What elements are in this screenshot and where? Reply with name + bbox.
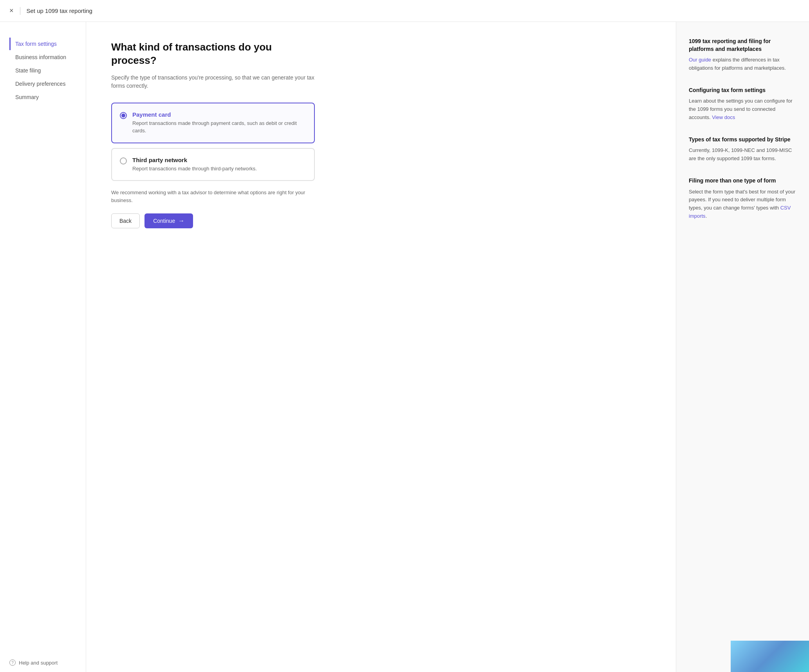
right-section-filing-multiple: Filing more than one type of form Select…: [689, 177, 796, 220]
sidebar-item-summary[interactable]: Summary: [9, 91, 76, 103]
option-third-party-network-content: Third party network Report transactions …: [132, 157, 257, 173]
sidebar-item-state-filing[interactable]: State filing: [9, 64, 76, 77]
main-layout: Tax form settings Business information S…: [0, 22, 809, 672]
option-third-party-network-desc: Report transactions made through third-p…: [132, 165, 257, 173]
option-payment-card-label: Payment card: [132, 111, 306, 118]
radio-payment-card: [120, 112, 127, 119]
option-payment-card[interactable]: Payment card Report transactions made th…: [111, 103, 315, 143]
sidebar-item-business-information[interactable]: Business information: [9, 51, 76, 63]
header-divider: [20, 7, 20, 15]
sidebar: Tax form settings Business information S…: [0, 22, 86, 672]
right-section-types-text: Currently, 1099-K, 1099-NEC and 1099-MIS…: [689, 146, 796, 163]
option-payment-card-content: Payment card Report transactions made th…: [132, 111, 306, 135]
header-title: Set up 1099 tax reporting: [27, 7, 92, 14]
page-subtitle: Specify the type of transactions you're …: [111, 74, 315, 90]
right-panel: 1099 tax reporting and filing for platfo…: [676, 22, 809, 672]
option-third-party-network[interactable]: Third party network Report transactions …: [111, 148, 315, 181]
help-icon: ?: [9, 659, 16, 666]
right-section-platforms-text: Our guide explains the differences in ta…: [689, 56, 796, 72]
help-support-label: Help and support: [19, 660, 58, 666]
option-payment-card-desc: Report transactions made through payment…: [132, 119, 306, 135]
right-section-platforms-title: 1099 tax reporting and filing for platfo…: [689, 38, 796, 53]
right-section-types-title: Types of tax forms supported by Stripe: [689, 136, 796, 144]
option-third-party-network-label: Third party network: [132, 157, 257, 163]
content-main: What kind of transactions do you process…: [111, 41, 315, 228]
right-section-configuring-title: Configuring tax form settings: [689, 87, 796, 94]
page-title: What kind of transactions do you process…: [111, 41, 315, 67]
back-button[interactable]: Back: [111, 213, 140, 228]
right-section-configuring: Configuring tax form settings Learn abou…: [689, 87, 796, 122]
content-area: What kind of transactions do you process…: [86, 22, 676, 672]
right-section-platforms: 1099 tax reporting and filing for platfo…: [689, 38, 796, 72]
view-docs-link[interactable]: View docs: [712, 114, 735, 120]
sidebar-item-delivery-preferences[interactable]: Delivery preferences: [9, 78, 76, 90]
radio-third-party-network: [120, 157, 127, 164]
right-section-filing-multiple-title: Filing more than one type of form: [689, 177, 796, 185]
button-row: Back Continue →: [111, 213, 315, 228]
close-button[interactable]: ×: [9, 7, 14, 15]
continue-button[interactable]: Continue →: [144, 213, 193, 228]
footer[interactable]: ? Help and support: [0, 653, 67, 672]
header: × Set up 1099 tax reporting: [0, 0, 809, 22]
recommendation-text: We recommend working with a tax advisor …: [111, 189, 315, 204]
right-section-filing-multiple-text: Select the form type that's best for mos…: [689, 188, 796, 220]
csv-imports-link[interactable]: CSV imports: [689, 205, 791, 219]
right-section-configuring-text: Learn about the settings you can configu…: [689, 97, 796, 121]
arrow-icon: →: [178, 217, 184, 224]
right-section-types: Types of tax forms supported by Stripe C…: [689, 136, 796, 163]
our-guide-link[interactable]: Our guide: [689, 57, 711, 63]
sidebar-item-tax-form-settings[interactable]: Tax form settings: [9, 38, 76, 50]
